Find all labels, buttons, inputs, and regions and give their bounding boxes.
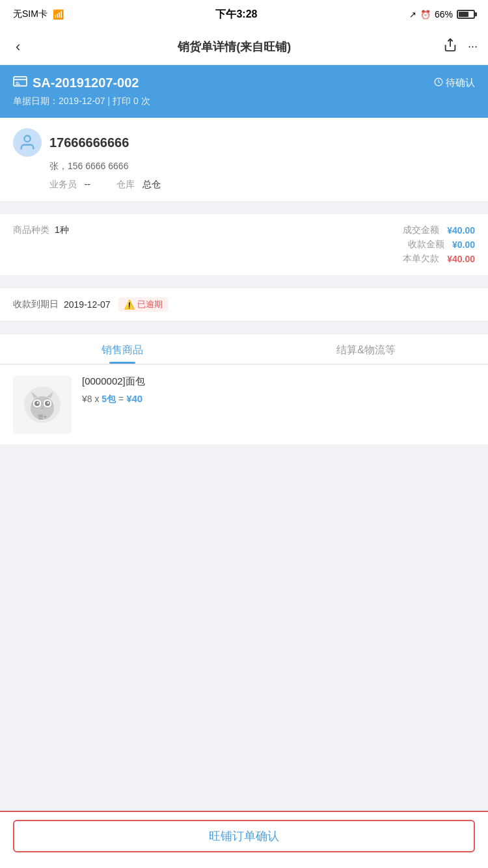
product-total: ¥40 xyxy=(126,393,142,404)
product-price: ¥8 x xyxy=(82,394,99,404)
alarm-icon: ⏰ xyxy=(420,10,431,20)
due-date-label: 收款到期日 xyxy=(13,299,59,310)
bottom-area: 旺铺订单确认 xyxy=(0,811,488,868)
order-meta: 单据日期：2019-12-07 | 打印 0 次 xyxy=(13,96,475,107)
confirm-button[interactable]: 旺铺订单确认 xyxy=(13,820,475,852)
sales-value: -- xyxy=(85,179,90,189)
battery-icon xyxy=(457,10,475,19)
product-price-row: ¥8 x 5包 = ¥40 xyxy=(82,393,475,405)
svg-point-3 xyxy=(24,136,30,142)
nav-bar: ‹ 销货单详情(来自旺铺) ··· xyxy=(0,29,488,65)
product-equals: = xyxy=(118,394,124,404)
owed-amount-value: ¥40.00 xyxy=(447,254,475,264)
due-date-section: 收款到期日 2019-12-07 ⚠️ 已逾期 xyxy=(0,288,488,321)
product-name: [0000002]面包 xyxy=(82,375,475,388)
location-icon: ↗ xyxy=(409,10,416,20)
deal-amount-label: 成交金额 xyxy=(403,224,439,236)
nav-actions: ··· xyxy=(443,38,478,55)
product-type-value: 1种 xyxy=(55,224,69,236)
received-amount-label: 收款金额 xyxy=(408,239,444,251)
svg-point-10 xyxy=(37,402,39,404)
customer-phone: 17666666666 xyxy=(49,135,129,150)
page-title: 销货单详情(来自旺铺) xyxy=(25,39,443,55)
product-type: 商品种类 1种 xyxy=(13,224,69,236)
overdue-icon: ⚠️ xyxy=(124,299,135,310)
received-amount-row: 收款金额 ¥0.00 xyxy=(408,239,475,251)
carrier-label: 无SIM卡 xyxy=(13,8,47,20)
svg-point-11 xyxy=(47,402,49,404)
header-card: SA-20191207-002 待确认 单据日期：2019-12-07 | 打印… xyxy=(0,65,488,118)
back-button[interactable]: ‹ xyxy=(10,33,25,61)
divider-2 xyxy=(0,275,488,282)
more-icon[interactable]: ··· xyxy=(468,40,478,53)
product-type-label: 商品种类 xyxy=(13,224,49,236)
divider-3 xyxy=(0,321,488,328)
avatar xyxy=(13,128,42,157)
status-right: ↗ ⏰ 66% xyxy=(409,9,475,20)
product-item: 管+ [0000002]面包 ¥8 x 5包 = ¥40 xyxy=(13,375,475,434)
overdue-text: 已逾期 xyxy=(137,299,163,310)
product-image: 管+ xyxy=(13,375,72,434)
battery-label: 66% xyxy=(435,9,453,20)
summary-section: 商品种类 1种 成交金额 ¥40.00 收款金额 ¥0.00 本单欠款 ¥40.… xyxy=(0,214,488,275)
svg-text:管+: 管+ xyxy=(38,414,47,420)
owed-amount-row: 本单欠款 ¥40.00 xyxy=(403,253,475,265)
deal-amount-row: 成交金额 ¥40.00 xyxy=(403,224,475,236)
status-clock-icon xyxy=(434,77,443,88)
tabs-section: 销售商品 结算&物流等 xyxy=(0,334,488,364)
sales-label: 业务员 xyxy=(49,179,77,189)
status-left: 无SIM卡 📶 xyxy=(13,8,64,20)
customer-name: 张，156 6666 6666 xyxy=(49,161,475,172)
owed-amount-label: 本单欠款 xyxy=(403,253,439,265)
status-text: 待确认 xyxy=(446,77,475,89)
wifi-icon: 📶 xyxy=(53,9,64,20)
share-icon[interactable] xyxy=(443,38,457,55)
warehouse-label: 仓库 xyxy=(116,179,135,189)
received-amount-value: ¥0.00 xyxy=(452,239,475,250)
bottom-spacer xyxy=(0,445,488,627)
order-icon xyxy=(13,75,27,90)
divider-1 xyxy=(0,201,488,208)
tab-settlement-logistics[interactable]: 结算&物流等 xyxy=(244,334,488,364)
product-section: 管+ [0000002]面包 ¥8 x 5包 = ¥40 xyxy=(0,365,488,444)
amount-summary: 成交金额 ¥40.00 收款金额 ¥0.00 本单欠款 ¥40.00 xyxy=(403,224,475,265)
tab-sales-products[interactable]: 销售商品 xyxy=(0,334,244,364)
order-id: SA-20191207-002 xyxy=(13,75,139,90)
deal-amount-value: ¥40.00 xyxy=(447,225,475,236)
customer-info-row: 业务员 -- 仓库 总仓 xyxy=(49,179,475,191)
product-qty: 5包 xyxy=(102,394,116,404)
svg-rect-1 xyxy=(14,77,27,86)
time-label: 下午3:28 xyxy=(215,8,257,21)
overdue-badge: ⚠️ 已逾期 xyxy=(118,297,168,312)
due-date-value: 2019-12-07 xyxy=(64,299,111,310)
status-bar: 无SIM卡 📶 下午3:28 ↗ ⏰ 66% xyxy=(0,0,488,29)
status-badge: 待确认 xyxy=(434,77,475,89)
warehouse-value: 总仓 xyxy=(142,179,161,189)
product-info: [0000002]面包 ¥8 x 5包 = ¥40 xyxy=(82,375,475,405)
customer-section: 17666666666 张，156 6666 6666 业务员 -- 仓库 总仓 xyxy=(0,118,488,201)
